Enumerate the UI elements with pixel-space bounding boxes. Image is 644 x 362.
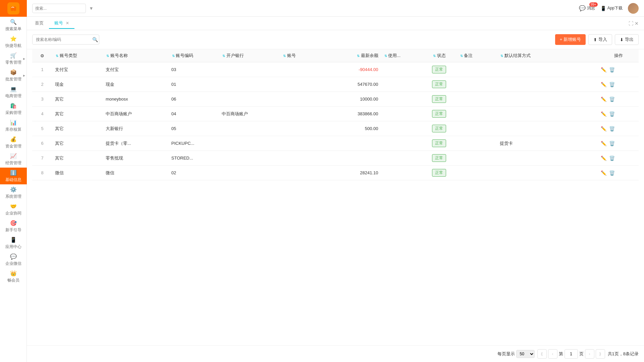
add-account-button[interactable]: + 新增账号 bbox=[555, 34, 586, 45]
col-balance-header[interactable]: ⇅ 最新余额 bbox=[325, 49, 381, 62]
delete-button[interactable]: 🗑️ bbox=[609, 82, 615, 87]
sort-icon-bank: ⇅ bbox=[222, 54, 225, 58]
edit-button[interactable]: ✏️ bbox=[601, 97, 606, 102]
export-button[interactable]: ⬇ 导出 bbox=[615, 34, 639, 45]
per-page-dropdown[interactable]: 50 20 100 bbox=[516, 350, 535, 358]
sidebar-item-finance[interactable]: 💰 资金管理 bbox=[0, 134, 27, 151]
sort-icon-account: ⇅ bbox=[283, 54, 286, 58]
app-download-button[interactable]: 📱 App下载 bbox=[600, 5, 623, 11]
tab-account[interactable]: 账号 ✕ bbox=[49, 18, 74, 29]
import-button[interactable]: ⬆ 导入 bbox=[588, 34, 612, 45]
col-status-header[interactable]: ⇅ 状态 bbox=[421, 49, 457, 62]
sidebar-item-search-menu[interactable]: 🔍 搜索菜单 bbox=[0, 17, 27, 34]
edit-button[interactable]: ✏️ bbox=[601, 170, 606, 176]
col-default-header[interactable]: ⇅ 默认结算方式 bbox=[497, 49, 598, 62]
table-row: 5 其它 大新银行 05 500.00 正常 ✏️ 🗑️ bbox=[32, 121, 639, 136]
page-size-select: 每页显示 50 20 100 bbox=[497, 350, 535, 358]
cell-no: 6 bbox=[32, 136, 52, 151]
ecommerce-icon: 💻 bbox=[10, 86, 17, 92]
edit-button[interactable]: ✏️ bbox=[601, 126, 606, 131]
toolbar-right: + 新增账号 ⬆ 导入 ⬇ 导出 bbox=[555, 34, 639, 45]
sidebar-item-new-guide[interactable]: 🎯 新手引导 bbox=[0, 218, 27, 235]
delete-button[interactable]: 🗑️ bbox=[609, 141, 615, 146]
sidebar-item-operation[interactable]: 📈 经营管理 bbox=[0, 151, 27, 168]
cell-use bbox=[381, 62, 422, 77]
app-center-icon: 📱 bbox=[10, 237, 17, 243]
col-account-header[interactable]: ⇅ 账号 bbox=[280, 49, 325, 62]
first-page-button[interactable]: ⟪ bbox=[537, 349, 547, 359]
sort-icon-status: ⇅ bbox=[433, 54, 436, 58]
sidebar-item-basic-info[interactable]: ℹ️ 基础信息 bbox=[0, 168, 27, 184]
col-use-header[interactable]: ⇅ 使用... bbox=[381, 49, 422, 62]
sidebar-item-system[interactable]: ⚙️ 系统管理 bbox=[0, 184, 27, 201]
delete-button[interactable]: 🗑️ bbox=[609, 67, 615, 72]
cell-bank bbox=[219, 121, 280, 136]
delete-button[interactable]: 🗑️ bbox=[609, 126, 615, 131]
search-button[interactable]: 🔍 bbox=[90, 35, 99, 44]
dropdown-arrow-icon[interactable]: ▾ bbox=[90, 5, 93, 11]
cell-action: ✏️ 🗑️ bbox=[598, 62, 639, 77]
cell-bank bbox=[219, 136, 280, 151]
tab-home[interactable]: 首页 bbox=[30, 18, 49, 29]
col-bank-header[interactable]: ⇅ 开户银行 bbox=[219, 49, 280, 62]
last-page-button[interactable]: ⟫ bbox=[596, 349, 605, 359]
col-name-header[interactable]: ⇅ 账号名称 bbox=[103, 49, 169, 62]
page-content: 🔍 + 新增账号 ⬆ 导入 ⬇ 导出 bbox=[27, 30, 644, 362]
cell-status: 正常 bbox=[421, 107, 457, 121]
mobile-icon: 📱 bbox=[600, 6, 606, 11]
edit-button[interactable]: ✏️ bbox=[601, 141, 606, 146]
close-window-icon[interactable]: ✕ bbox=[635, 21, 639, 26]
edit-button[interactable]: ✏️ bbox=[601, 67, 606, 72]
sidebar-item-enterprise-agreement[interactable]: 🤝 企业协同 bbox=[0, 201, 27, 218]
cell-note bbox=[457, 151, 497, 166]
delete-button[interactable]: 🗑️ bbox=[609, 170, 615, 176]
sidebar-item-inventory[interactable]: 📊 库存核算 bbox=[0, 117, 27, 134]
user-avatar[interactable] bbox=[628, 3, 639, 14]
sidebar-item-member[interactable]: 👑 畅会员 bbox=[0, 268, 27, 285]
status-badge: 正常 bbox=[432, 154, 446, 162]
export-icon: ⬇ bbox=[620, 37, 624, 42]
quick-nav-icon: ⭐ bbox=[10, 36, 17, 42]
sidebar-item-retail[interactable]: 🛒 零售管理 bbox=[0, 50, 27, 67]
delete-button[interactable]: 🗑️ bbox=[609, 111, 615, 117]
sort-icon-balance: ⇅ bbox=[357, 54, 360, 58]
col-settings[interactable]: ⚙ bbox=[32, 49, 52, 62]
top-search-input[interactable] bbox=[32, 4, 86, 13]
sort-icon-code: ⇅ bbox=[172, 54, 175, 58]
sidebar-item-enterprise-wechat[interactable]: 💬 企业微信 bbox=[0, 251, 27, 268]
col-note-header[interactable]: ⇅ 备注 bbox=[457, 49, 497, 62]
cell-name: 大新银行 bbox=[103, 121, 169, 136]
search-input[interactable] bbox=[33, 35, 90, 44]
col-code-header[interactable]: ⇅ 账号编码 bbox=[169, 49, 219, 62]
cell-bank bbox=[219, 92, 280, 107]
cell-action: ✏️ 🗑️ bbox=[598, 166, 639, 180]
maximize-icon[interactable]: ⛶ bbox=[629, 21, 633, 26]
cell-no: 8 bbox=[32, 166, 52, 180]
prev-page-button[interactable]: ‹ bbox=[548, 349, 557, 359]
cell-account bbox=[280, 62, 325, 77]
edit-button[interactable]: ✏️ bbox=[601, 111, 606, 117]
message-button[interactable]: 💬 消息 99+ bbox=[579, 5, 595, 11]
sidebar-item-purchase[interactable]: 🛍️ 采购管理 bbox=[0, 101, 27, 117]
col-type-header[interactable]: ⇅ 账号类型 bbox=[52, 49, 103, 62]
delete-button[interactable]: 🗑️ bbox=[609, 156, 615, 161]
tab-close-icon[interactable]: ✕ bbox=[66, 21, 69, 25]
delete-button[interactable]: 🗑️ bbox=[609, 97, 615, 102]
table-row: 1 支付宝 支付宝 03 -90444.00 正常 ✏️ 🗑️ bbox=[32, 62, 639, 77]
status-badge: 正常 bbox=[432, 110, 446, 118]
sidebar-item-ecommerce[interactable]: 💻 电商管理 bbox=[0, 84, 27, 101]
page-number-input[interactable] bbox=[565, 349, 578, 359]
next-page-button[interactable]: › bbox=[585, 349, 594, 359]
cell-default-settle: 提货卡 bbox=[497, 136, 598, 151]
edit-button[interactable]: ✏️ bbox=[601, 82, 606, 87]
cell-name: 提货卡（零... bbox=[103, 136, 169, 151]
operation-icon: 📈 bbox=[10, 153, 17, 159]
cell-no: 2 bbox=[32, 77, 52, 92]
sidebar-item-wholesale[interactable]: 📦 批发管理 bbox=[0, 67, 27, 84]
search-menu-icon: 🔍 bbox=[10, 19, 17, 25]
cell-status: 正常 bbox=[421, 77, 457, 92]
status-badge: 正常 bbox=[432, 125, 446, 132]
sidebar-item-app-center[interactable]: 📱 应用中心 bbox=[0, 235, 27, 251]
sidebar-item-quick-nav[interactable]: ⭐ 快捷导航 bbox=[0, 34, 27, 50]
edit-button[interactable]: ✏️ bbox=[601, 156, 606, 161]
